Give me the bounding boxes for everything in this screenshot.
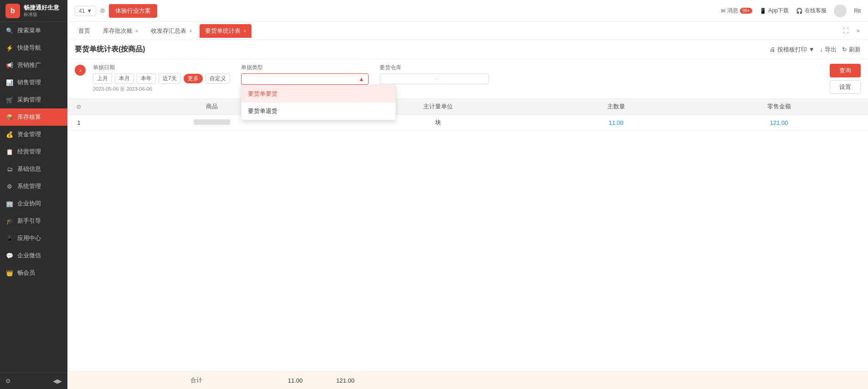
type-select-box[interactable]: ▲ <box>241 73 369 85</box>
main-area: 41 ▼ ⚙ 体验行业方案 ✉ 消息 99+ 📱 App下载 🎧 在线客服 Ri… <box>67 0 868 389</box>
tab-stock-batch-close[interactable]: × <box>135 28 138 34</box>
money-icon: 💰 <box>5 130 14 138</box>
type-select-arrow[interactable]: ▲ <box>359 76 365 82</box>
sidebar-item-inventory[interactable]: 📦 库存核算 <box>0 108 67 126</box>
logo-icon: b <box>5 4 20 18</box>
settings-gear-icon[interactable]: ⚙ <box>100 7 105 14</box>
settings-bottom-icon[interactable]: ⚙ <box>5 378 11 384</box>
date-filter-label: 单据日期 <box>93 64 230 72</box>
message-label: 消息 <box>727 7 738 15</box>
row-qty: 11.00 <box>542 115 690 131</box>
col-qty-header: 主数量 <box>542 99 690 115</box>
warehouse-input[interactable]: ··· <box>380 73 489 84</box>
sidebar-item-wechat[interactable]: 💬 企业微信 <box>0 247 67 264</box>
topbar: 41 ▼ ⚙ 体验行业方案 ✉ 消息 99+ 📱 App下载 🎧 在线客服 Ri… <box>67 0 868 22</box>
phone-icon: 📱 <box>5 234 14 242</box>
page-header: 要货单统计表(按商品) 🖨 按模板打印 ▼ ↓ 导出 ↻ 刷新 <box>67 40 868 59</box>
export-btn[interactable]: ↓ 导出 <box>820 46 837 54</box>
date-filter-group: 单据日期 上月 本月 本年 近7天 更多 自定义 2023-05-06 至 20… <box>93 64 230 92</box>
tab-home-label: 首页 <box>78 27 90 35</box>
tab-receive-summary[interactable]: 收发存汇总表 × <box>145 24 197 38</box>
table-row: 1 块 11.00 121.00 <box>67 115 868 131</box>
date-btn-more[interactable]: 更多 <box>184 74 203 83</box>
app-download-action[interactable]: 📱 App下载 <box>760 7 789 15</box>
sidebar-item-label: 营销推广 <box>17 61 41 69</box>
sidebar-item-quick-nav[interactable]: ⚡ 快捷导航 <box>0 39 67 56</box>
trial-button[interactable]: 体验行业方案 <box>109 4 157 18</box>
sidebar-item-marketing[interactable]: 📢 营销推广 <box>0 56 67 74</box>
refresh-btn[interactable]: ↻ 刷新 <box>842 46 861 54</box>
tab-receive-summary-label: 收发存汇总表 <box>151 27 186 35</box>
sidebar-item-label: 快捷导航 <box>17 44 41 52</box>
sidebar-item-app-center[interactable]: 📱 应用中心 <box>0 230 67 247</box>
refresh-label: 刷新 <box>849 46 861 54</box>
collapse-icon[interactable]: ◀▶ <box>53 378 62 384</box>
content-area: 要货单统计表(按商品) 🖨 按模板打印 ▼ ↓ 导出 ↻ 刷新 › <box>67 40 868 389</box>
setting-button[interactable]: 设置 <box>830 80 861 94</box>
refresh-icon: ↻ <box>842 46 847 53</box>
sidebar-item-system[interactable]: ⚙ 系统管理 <box>0 178 67 195</box>
col-settings-header[interactable]: ⚙ <box>67 99 90 115</box>
date-btn-7days[interactable]: 近7天 <box>159 73 181 84</box>
sidebar-item-enterprise[interactable]: 🏢 企业协同 <box>0 195 67 212</box>
megaphone-icon: 📢 <box>5 61 14 69</box>
col-settings-icon[interactable]: ⚙ <box>76 103 82 110</box>
dropdown-item-order-goods[interactable]: 要货单要货 <box>241 85 395 102</box>
print-btn[interactable]: 🖨 按模板打印 ▼ <box>770 46 815 54</box>
expand-toggle[interactable]: › <box>75 65 86 76</box>
type-filter-group: 单据类型 ▲ 要货单要货 要货单退货 <box>241 64 369 85</box>
store-selector[interactable]: 41 ▼ <box>75 6 96 16</box>
page-title: 要货单统计表(按商品) <box>75 45 145 54</box>
online-service-action[interactable]: 🎧 在线客服 <box>796 7 827 15</box>
sidebar-item-basic[interactable]: 🗂 基础信息 <box>0 160 67 178</box>
query-button[interactable]: 查询 <box>830 64 861 77</box>
type-filter-label: 单据类型 <box>241 64 369 72</box>
sidebar-item-guide[interactable]: 🎓 新手引导 <box>0 212 67 230</box>
tab-stock-batch-label: 库存批次账 <box>103 27 133 35</box>
tab-order-stats-close[interactable]: × <box>243 28 246 34</box>
date-filter: 上月 本月 本年 近7天 更多 自定义 <box>93 73 230 84</box>
message-action[interactable]: ✉ 消息 99+ <box>721 7 752 15</box>
folder-icon: 🗂 <box>5 165 14 173</box>
filter-bar: › 单据日期 上月 本月 本年 近7天 更多 自定义 2023-05-06 至 … <box>67 59 868 99</box>
tab-order-stats[interactable]: 要货单统计表 × <box>200 24 252 38</box>
tabs-expand-close[interactable]: × <box>853 26 863 35</box>
sidebar-item-purchase[interactable]: 🛒 采购管理 <box>0 91 67 108</box>
sidebar-item-member[interactable]: 👑 畅会员 <box>0 264 67 282</box>
topbar-right: ✉ 消息 99+ 📱 App下载 🎧 在线客服 Rit <box>721 5 861 17</box>
type-dropdown: 要货单要货 要货单退货 <box>241 85 396 120</box>
sidebar: b 畅捷通好生意 标准版 🔍 搜索菜单 ⚡ 快捷导航 📢 营销推广 📊 销售管理… <box>0 0 67 389</box>
filter-actions: 查询 设置 <box>830 64 861 94</box>
tabs-expand-btn[interactable]: ⛶ <box>840 26 852 35</box>
type-select-input[interactable] <box>245 76 359 82</box>
row-index: 1 <box>67 115 90 131</box>
online-service-label: 在线客服 <box>805 7 827 15</box>
dropdown-item-order-return[interactable]: 要货单退货 <box>241 102 395 120</box>
sidebar-item-label: 库存核算 <box>17 113 41 121</box>
tab-home[interactable]: 首页 <box>73 24 96 38</box>
data-table: ⚙ 商品 主计量单位 主数量 零售金额 1 块 <box>67 99 868 131</box>
date-btn-this-year[interactable]: 本年 <box>137 73 156 84</box>
sidebar-item-finance[interactable]: 💰 资金管理 <box>0 126 67 143</box>
print-icon: 🖨 <box>770 46 776 53</box>
date-btn-this-month[interactable]: 本月 <box>115 73 134 84</box>
crown-icon: 👑 <box>5 269 14 277</box>
sidebar-item-label: 资金管理 <box>17 130 41 138</box>
sidebar-nav: 🔍 搜索菜单 ⚡ 快捷导航 📢 营销推广 📊 销售管理 🛒 采购管理 📦 库存核… <box>0 22 67 373</box>
sidebar-item-operation[interactable]: 📋 经营管理 <box>0 143 67 160</box>
tab-receive-summary-close[interactable]: × <box>189 28 192 34</box>
date-btn-custom[interactable]: 自定义 <box>205 73 230 84</box>
store-number: 41 <box>79 8 85 14</box>
print-dropdown-icon: ▼ <box>809 46 815 53</box>
warehouse-dots-icon[interactable]: ··· <box>434 76 485 82</box>
building-icon: 🏢 <box>5 200 14 208</box>
sidebar-item-search[interactable]: 🔍 搜索菜单 <box>0 22 67 39</box>
gear-icon: ⚙ <box>5 182 14 190</box>
sidebar-item-sales[interactable]: 📊 销售管理 <box>0 74 67 91</box>
sidebar-item-label: 采购管理 <box>17 96 41 104</box>
tab-stock-batch[interactable]: 库存批次账 × <box>98 24 144 38</box>
date-btn-last-month[interactable]: 上月 <box>93 73 112 84</box>
sidebar-item-label: 企业微信 <box>17 251 41 260</box>
avatar <box>834 5 847 17</box>
warehouse-filter-label: 要货仓库 <box>380 64 489 72</box>
